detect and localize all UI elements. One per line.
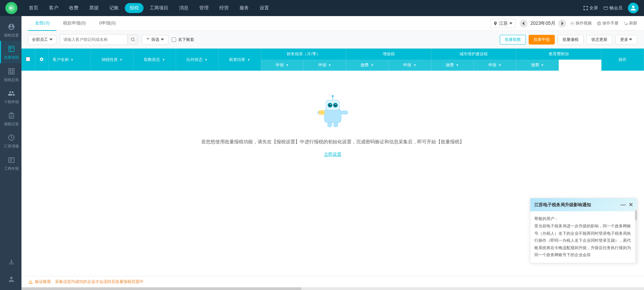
sidebar-item-user-settings[interactable] <box>3 271 19 287</box>
svg-rect-3 <box>8 72 10 74</box>
account-checkbox-input[interactable] <box>172 38 176 42</box>
nav-settings[interactable]: 设置 <box>255 3 274 13</box>
batch-report-button[interactable]: 批量申报 <box>529 35 555 45</box>
nav-menu: 首页 客户 收费 票据 记账 报税 工商项目 消息 管理 经营 服务 设置 <box>24 3 583 13</box>
notification-close-btn[interactable]: ✕ <box>629 202 633 208</box>
toolbar-right-actions: 批量取数 批量申报 批量缴税 状态更新 更多 <box>500 35 637 45</box>
horizontal-scrollbar[interactable] <box>21 287 644 290</box>
operation-video-btn[interactable]: 操作视频 <box>570 20 592 26</box>
group-header-city-tax: 城市维护建设税 <box>431 49 516 60</box>
empty-state-message: 若您想使用批量报税功能，请先在【报税设置】中进行报税的初始化设置，完成密码验证和… <box>28 138 637 146</box>
nav-accounting[interactable]: 记账 <box>105 3 123 13</box>
status-update-button[interactable]: 状态更新 <box>586 35 612 45</box>
top-navigation: 首页 客户 收费 票据 记账 报税 工商项目 消息 管理 经营 服务 设置 全屏… <box>0 0 644 16</box>
nav-customer[interactable]: 客户 <box>44 3 63 13</box>
notification-panel: 江苏电子税务局升级影响通知 — ✕ 尊敬的用户： 受当前电子税务局进一步升级的影… <box>530 198 637 263</box>
search-input[interactable] <box>60 35 127 44</box>
sidebar-item-annual-report[interactable]: 工商年报 <box>0 152 21 174</box>
next-month-btn[interactable] <box>558 19 566 27</box>
more-button[interactable]: 更多 <box>615 35 637 45</box>
sidebar-label-annual-report: 工商年报 <box>4 166 19 171</box>
tab-bar: 全部(0) 税款申报(0) 0申报(0) 江苏 2023年05月 <box>21 16 644 31</box>
svg-rect-26 <box>334 122 338 127</box>
svg-rect-25 <box>328 122 332 127</box>
sidebar-label-settlement: 汇算清缴 <box>4 144 19 148</box>
tax-record-icon <box>7 111 16 120</box>
nav-message[interactable]: 消息 <box>174 3 193 13</box>
svg-rect-1 <box>8 68 10 70</box>
tab-zero-declaration[interactable]: 0申报(0) <box>93 16 122 31</box>
tab-right: 江苏 2023年05月 操作视频 <box>490 19 637 28</box>
refresh-btn[interactable]: 刷新 <box>624 20 637 26</box>
search-button[interactable] <box>127 34 138 45</box>
search-box <box>60 34 138 45</box>
nav-billing[interactable]: 收费 <box>64 3 83 13</box>
svg-point-9 <box>131 38 134 41</box>
sidebar-item-tax-record[interactable]: 报税记录 <box>0 107 21 130</box>
svg-rect-2 <box>12 68 14 70</box>
svg-point-17 <box>335 104 336 105</box>
sidebar-item-settlement[interactable]: 汇算清缴 <box>0 130 21 152</box>
svg-rect-21 <box>341 111 348 114</box>
nav-tax[interactable]: 报税 <box>125 3 144 13</box>
sidebar-item-tax-overview[interactable]: 报税总览 <box>0 63 21 85</box>
employee-select[interactable]: 全部员工 <box>28 35 56 45</box>
setup-link[interactable]: 立即设置 <box>324 152 341 157</box>
group-header-financial: 财务报表（月/季） <box>261 49 346 60</box>
svg-rect-4 <box>12 72 14 74</box>
nav-business[interactable]: 工商项目 <box>145 3 173 13</box>
robot-illustration <box>313 91 353 131</box>
tab-tax-declaration[interactable]: 税款申报(0) <box>56 16 93 31</box>
batch-fetch-button[interactable]: 批量取数 <box>500 35 526 45</box>
sidebar-label-tax-record: 报税记录 <box>4 122 19 126</box>
settings-tax-icon <box>7 22 16 31</box>
notification-scroll-thumb[interactable] <box>635 210 637 220</box>
svg-point-16 <box>330 104 331 105</box>
select-all-checkbox[interactable] <box>26 57 30 61</box>
notification-minimize-btn[interactable]: — <box>621 202 626 208</box>
prev-month-btn[interactable] <box>520 19 528 27</box>
sidebar-bottom <box>3 254 19 287</box>
tab-all[interactable]: 全部(0) <box>28 16 56 31</box>
user-avatar[interactable] <box>628 3 639 13</box>
sidebar-label-tax-settings: 报税设置 <box>4 33 19 38</box>
sidebar-item-batch-tax[interactable]: 批量报税 <box>0 41 21 63</box>
region-text: 江苏 <box>499 20 508 26</box>
annual-report-icon <box>7 155 16 165</box>
sidebar-item-tax-settings[interactable]: 报税设置 <box>0 19 21 41</box>
nav-home[interactable]: 首页 <box>24 3 43 13</box>
filter-button[interactable]: 筛选 <box>142 35 168 45</box>
nav-management[interactable]: 管理 <box>195 3 213 13</box>
sub-header-edu-pay: 缴费 ▼ <box>516 60 559 71</box>
notification-text: 尊敬的用户： 受当前电子税务局进一步升级的影响，同一个政务网账号（办税人）名下的… <box>534 215 633 259</box>
sidebar: 报税设置 批量报税 报税总览 个税申报 报税记录 <box>0 16 21 290</box>
bottom-status: 验证账密、采集信息均成功的企业才会流转至批量报税页面中 <box>21 276 644 287</box>
app-logo <box>5 2 17 14</box>
nav-operation[interactable]: 经营 <box>215 3 233 13</box>
scroll-thumb[interactable] <box>21 287 302 290</box>
sidebar-label-personal-tax: 个税申报 <box>4 99 19 104</box>
notification-scrollbar[interactable] <box>635 209 637 263</box>
sub-header-city-report: 申报 ▼ <box>389 60 431 71</box>
nav-service[interactable]: 服务 <box>235 3 254 13</box>
personal-tax-icon <box>7 89 16 98</box>
batch-pay-button[interactable]: 批量缴税 <box>557 35 584 45</box>
tab-actions: 操作视频 操作手册 刷新 <box>570 20 637 26</box>
sub-header-financial-report: 申报 ▼ <box>261 60 304 71</box>
vip-btn[interactable]: 畅会员 <box>603 5 623 11</box>
bottom-status-text: 验证账密、采集信息均成功的企业才会流转至批量报税页面中 <box>35 279 144 285</box>
nav-invoice[interactable]: 票据 <box>85 3 103 13</box>
batch-tax-icon <box>7 44 16 54</box>
region-selector[interactable]: 江苏 <box>490 19 516 28</box>
operation-manual-btn[interactable]: 操作手册 <box>597 20 619 26</box>
data-table: 客户名称 ▼ 纳税性质 ▼ 取数状态 ▼ <box>21 49 644 177</box>
group-header-education-tax: 教育费附加 <box>516 49 601 60</box>
account-checkbox[interactable]: 名下账套 <box>172 37 194 43</box>
sidebar-item-download[interactable] <box>3 254 19 270</box>
toolbar: 全部员工 筛选 名下账套 批量取数 批量申报 批量缴税 <box>21 31 644 49</box>
operation-header: 操作 <box>601 49 644 71</box>
notification-header: 江苏电子税务局升级影响通知 — ✕ <box>530 198 637 211</box>
fullscreen-btn[interactable]: 全屏 <box>583 5 598 11</box>
sub-header-city-pay: 缴费 ▼ <box>431 60 474 71</box>
sidebar-item-personal-tax[interactable]: 个税申报 <box>0 85 21 107</box>
